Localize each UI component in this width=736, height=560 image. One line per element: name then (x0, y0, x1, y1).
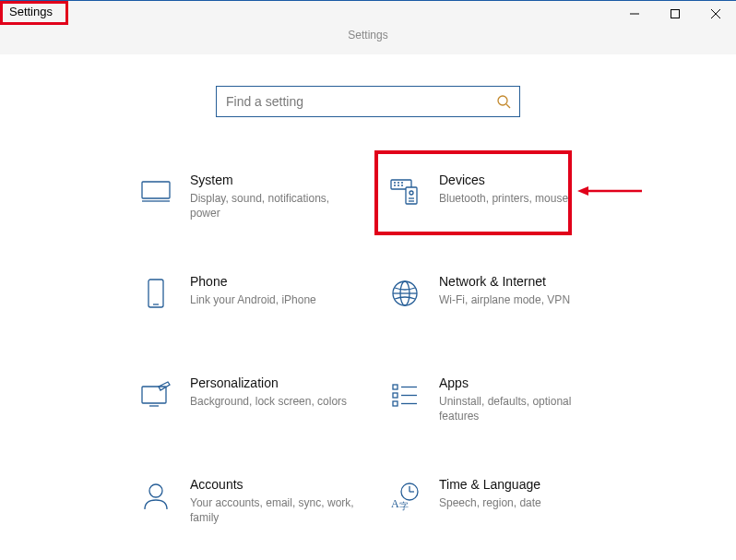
tile-desc: Wi-Fi, airplane mode, VPN (439, 292, 570, 307)
apps-icon (387, 377, 422, 412)
tile-title: Personalization (190, 375, 347, 390)
svg-marker-9 (577, 186, 588, 196)
tile-network[interactable]: Network & Internet Wi-Fi, airplane mode,… (387, 274, 636, 333)
header-subtitle: Settings (348, 29, 387, 42)
tile-desc: Background, lock screen, colors (190, 394, 347, 409)
settings-grid: System Display, sound, notifications, po… (138, 173, 736, 536)
svg-rect-6 (142, 182, 170, 198)
search-container (0, 86, 736, 117)
tile-title: Phone (190, 274, 316, 289)
network-icon (387, 276, 422, 311)
settings-window: Settings Settings (0, 0, 736, 560)
svg-rect-1 (671, 10, 680, 18)
tile-desc: Uninstall, defaults, optional features (439, 394, 605, 423)
tile-desc: Your accounts, email, sync, work, family (190, 495, 356, 525)
tile-devices[interactable]: Devices Bluetooth, printers, mouse (387, 173, 636, 232)
tile-title: Time & Language (439, 477, 541, 492)
svg-rect-28 (393, 385, 398, 389)
svg-text:字: 字 (399, 501, 409, 511)
close-button[interactable] (695, 1, 736, 27)
time-language-icon: A 字 (387, 479, 422, 514)
tile-system[interactable]: System Display, sound, notifications, po… (138, 173, 387, 232)
tile-apps[interactable]: Apps Uninstall, defaults, optional featu… (387, 375, 636, 435)
tile-title: Network & Internet (439, 274, 570, 289)
tile-personalization[interactable]: Personalization Background, lock screen,… (138, 375, 387, 435)
svg-point-34 (149, 484, 162, 497)
tile-time-language[interactable]: A 字 Time & Language Speech, region, date (387, 477, 636, 536)
tile-title: Apps (439, 375, 605, 390)
content-area: System Display, sound, notifications, po… (0, 54, 736, 560)
system-icon (138, 174, 173, 209)
accounts-icon (138, 479, 173, 514)
tile-title: Accounts (190, 477, 356, 492)
titlebar: Settings Settings (0, 1, 736, 55)
search-input[interactable] (217, 87, 488, 116)
svg-text:A: A (391, 497, 399, 510)
minimize-button[interactable] (614, 1, 655, 27)
svg-rect-32 (393, 401, 398, 406)
phone-icon (138, 276, 173, 311)
devices-icon (387, 174, 422, 209)
svg-line-5 (506, 104, 510, 108)
tile-phone[interactable]: Phone Link your Android, iPhone (138, 274, 387, 333)
annotation-arrow (577, 185, 642, 197)
maximize-button[interactable] (655, 1, 695, 27)
tile-title: System (190, 173, 356, 187)
search-icon (488, 94, 519, 109)
tile-accounts[interactable]: Accounts Your accounts, email, sync, wor… (138, 477, 387, 536)
personalization-icon (138, 377, 173, 412)
tile-desc: Bluetooth, printers, mouse (439, 191, 568, 206)
window-controls (614, 1, 736, 27)
tile-desc: Speech, region, date (439, 495, 541, 510)
tile-desc: Display, sound, notifications, power (190, 191, 356, 220)
svg-rect-30 (393, 393, 398, 398)
minimize-icon (629, 8, 640, 19)
svg-point-4 (498, 96, 507, 105)
tile-title: Devices (439, 173, 568, 187)
window-title: Settings (0, 1, 62, 22)
search-box[interactable] (216, 86, 520, 117)
close-icon (710, 8, 721, 19)
maximize-icon (670, 8, 681, 19)
svg-rect-21 (148, 280, 163, 307)
tile-desc: Link your Android, iPhone (190, 292, 316, 307)
